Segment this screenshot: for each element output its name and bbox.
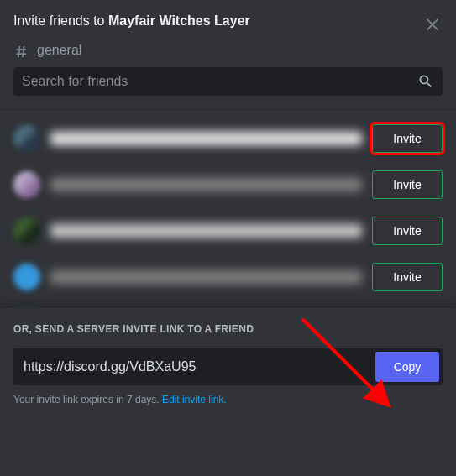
invite-link-section: OR, SEND A SERVER INVITE LINK TO A FRIEN… [0, 307, 456, 414]
friend-row[interactable]: Invite [13, 165, 443, 204]
expiry-message: Your invite link expires in 7 days. [13, 394, 162, 405]
invite-button[interactable]: Invite [372, 170, 443, 199]
friend-username [50, 270, 362, 284]
search-box[interactable] [13, 67, 443, 96]
expiry-text: Your invite link expires in 7 days. Edit… [13, 394, 443, 405]
friend-row[interactable]: Invite [13, 118, 443, 158]
close-icon [423, 14, 442, 33]
search-input[interactable] [22, 67, 417, 96]
friend-username [50, 178, 362, 191]
invite-button[interactable]: Invite [372, 263, 443, 291]
avatar [13, 171, 40, 198]
invite-button[interactable]: Invite [372, 124, 443, 153]
avatar [13, 125, 40, 152]
section-label: OR, SEND A SERVER INVITE LINK TO A FRIEN… [13, 323, 443, 335]
friend-username [50, 132, 362, 145]
close-button[interactable] [422, 13, 443, 34]
friend-row[interactable]: Invite [13, 211, 443, 250]
friend-row[interactable]: Invite [13, 257, 443, 296]
avatar [13, 264, 40, 290]
channel-name: general [37, 43, 81, 58]
invite-link-row: Copy [13, 348, 443, 385]
avatar [13, 217, 40, 244]
search-icon [417, 73, 434, 90]
invite-link-input[interactable] [17, 352, 375, 382]
channel-hint: general [0, 35, 456, 67]
title-prefix: Invite friends to [13, 13, 108, 28]
modal-title: Invite friends to Mayfair Witches Layer [13, 13, 443, 29]
server-name: Mayfair Witches Layer [108, 13, 250, 28]
hash-icon [13, 42, 30, 59]
friends-list: Invite Invite Invite Invite [0, 110, 456, 307]
edit-invite-link[interactable]: Edit invite link. [162, 394, 227, 405]
copy-button[interactable]: Copy [375, 352, 439, 382]
friend-username [50, 224, 362, 238]
invite-button[interactable]: Invite [372, 217, 443, 245]
